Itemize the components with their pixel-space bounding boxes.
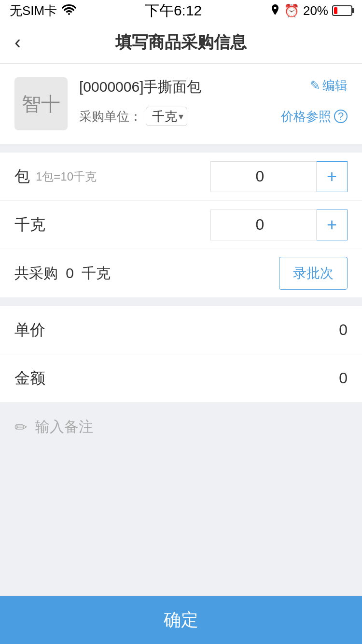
bag-plus-button[interactable]: + — [317, 161, 348, 192]
product-header: [0000006]手撕面包 ✎ 编辑 — [79, 77, 348, 97]
product-logo: 智十 — [22, 91, 60, 117]
content-spacer — [0, 451, 362, 616]
amount-label: 金额 — [14, 368, 45, 389]
question-icon: ? — [334, 110, 348, 123]
kg-plus-button[interactable]: + — [317, 210, 348, 240]
status-right: ⏰ 20% — [270, 3, 352, 18]
status-bar: 无SIM卡 下午6:12 ⏰ 20% — [0, 0, 362, 21]
input-row-bag: 包 1包=10千克 + — [0, 153, 362, 201]
total-row: 共采购 0 千克 录批次 — [0, 249, 362, 297]
row-bag-label: 包 1包=10千克 — [14, 166, 210, 187]
back-button[interactable]: ‹ — [14, 31, 21, 53]
edit-button[interactable]: ✎ 编辑 — [310, 77, 348, 94]
edit-icon: ✎ — [310, 78, 320, 93]
unit-price-value: 0 — [339, 321, 348, 339]
alarm-icon: ⏰ — [284, 3, 299, 18]
bag-qty-input[interactable] — [210, 161, 317, 192]
price-row-amount: 金额 0 — [0, 354, 362, 403]
unit-select[interactable]: 千克 包 — [146, 107, 187, 126]
bag-sub-label: 1包=10千克 — [36, 169, 97, 184]
product-info: [0000006]手撕面包 ✎ 编辑 采购单位： 千克 包 价格参照 ? — [79, 77, 348, 126]
price-section: 单价 0 金额 0 — [0, 306, 362, 403]
input-row-kg: 千克 + — [0, 201, 362, 249]
section-separator-2 — [0, 297, 362, 306]
input-section: 包 1包=10千克 + 千克 + — [0, 153, 362, 249]
price-ref-label: 价格参照 — [281, 108, 331, 125]
edit-label: 编辑 — [322, 77, 348, 94]
wifi-icon — [62, 3, 76, 18]
product-card: 智十 [0000006]手撕面包 ✎ 编辑 采购单位： 千克 包 价格参照 — [0, 64, 362, 144]
total-text: 共采购 0 千克 — [14, 264, 111, 283]
unit-label: 采购单位： 千克 包 — [79, 107, 187, 126]
battery-indicator — [332, 5, 352, 16]
carrier-label: 无SIM卡 — [10, 2, 57, 19]
status-time: 下午6:12 — [145, 1, 202, 21]
price-row-unit: 单价 0 — [0, 306, 362, 354]
product-name: [0000006]手撕面包 — [79, 77, 201, 97]
bag-input-control: + — [210, 161, 348, 192]
amount-value: 0 — [339, 369, 348, 387]
batch-button[interactable]: 录批次 — [279, 257, 348, 290]
row-kg-label: 千克 — [14, 214, 210, 236]
section-separator-1 — [0, 144, 362, 153]
confirm-button[interactable]: 确定 — [0, 596, 362, 644]
battery-percent: 20% — [303, 3, 328, 18]
nav-bar: ‹ 填写商品采购信息 — [0, 21, 362, 64]
page-title: 填写商品采购信息 — [115, 31, 247, 54]
price-ref-button[interactable]: 价格参照 ? — [281, 108, 348, 125]
note-placeholder: 输入备注 — [35, 417, 93, 437]
status-left: 无SIM卡 — [10, 2, 76, 19]
unit-price-label: 单价 — [14, 320, 45, 341]
pencil-icon: ✏ — [14, 418, 28, 436]
product-meta: 采购单位： 千克 包 价格参照 ? — [79, 107, 348, 126]
unit-select-wrap[interactable]: 千克 包 — [146, 107, 187, 126]
confirm-label: 确定 — [164, 608, 198, 632]
note-section[interactable]: ✏ 输入备注 — [0, 403, 362, 451]
kg-input-control: + — [210, 210, 348, 240]
kg-qty-input[interactable] — [210, 210, 317, 240]
product-image: 智十 — [14, 77, 68, 130]
location-icon — [270, 3, 280, 18]
